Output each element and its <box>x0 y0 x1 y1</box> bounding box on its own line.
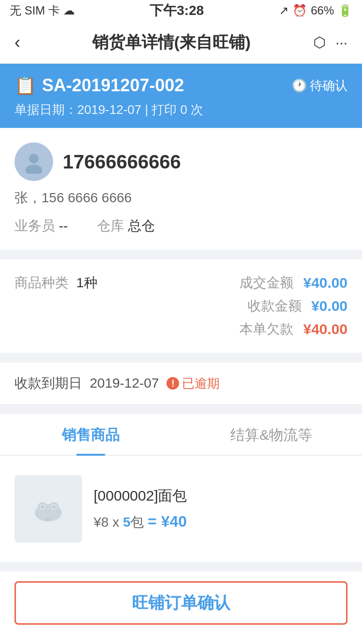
svg-point-0 <box>29 154 39 164</box>
confirm-button[interactable]: 旺铺订单确认 <box>14 581 348 625</box>
svg-point-8 <box>53 505 56 508</box>
summary-right: 成交金额 ¥40.00 收款金额 ¥0.00 本单欠款 ¥40.00 <box>239 274 348 338</box>
total-price: = ¥40 <box>148 513 187 530</box>
alarm-icon: ⏰ <box>292 4 307 17</box>
amount-label-0: 成交金额 <box>239 274 293 292</box>
bottom-area: 旺铺订单确认 <box>0 572 362 644</box>
product-name: [0000002]面包 <box>94 486 348 506</box>
svg-point-1 <box>26 165 42 174</box>
order-id: 📋 SA-20191207-002 <box>14 75 184 96</box>
amount-value-1: ¥0.00 <box>311 298 348 314</box>
nav-bar: ‹ 销货单详情(来自旺铺) ⬡ ··· <box>0 21 362 64</box>
status-right: ↗ ⏰ 66% 🔋 <box>279 4 352 17</box>
amount-value-0: ¥40.00 <box>303 275 348 291</box>
svg-point-7 <box>41 505 44 508</box>
overdue-badge: ! 已逾期 <box>167 375 220 392</box>
due-section: 收款到期日 2019-12-07 ! 已逾期 <box>0 363 362 404</box>
salesman-label: 业务员 <box>14 217 55 235</box>
overdue-text: 已逾期 <box>182 375 220 392</box>
share-icon[interactable]: ⬡ <box>313 34 326 51</box>
amount-label-1: 收款金额 <box>248 297 302 315</box>
warehouse-label: 仓库 <box>97 217 124 235</box>
order-date: 单据日期：2019-12-07 | 打印 0 次 <box>14 101 348 118</box>
customer-meta: 业务员 -- 仓库 总仓 <box>14 217 348 235</box>
status-left: 无 SIM 卡 ☁ <box>10 3 75 18</box>
order-status: 🕐 待确认 <box>292 77 348 94</box>
product-item-0: 野+ [0000002]面包 ¥8 x 5包 = ¥40 <box>14 465 348 552</box>
tab-settlement[interactable]: 结算&物流等 <box>181 414 362 455</box>
amount-value-2: ¥40.00 <box>303 321 348 337</box>
nav-actions: ⬡ ··· <box>299 34 348 51</box>
location-icon: ↗ <box>279 4 289 17</box>
product-thumbnail: 野+ <box>14 475 82 543</box>
product-list: 野+ [0000002]面包 ¥8 x 5包 = ¥40 <box>0 456 362 562</box>
salesman-item: 业务员 -- <box>14 217 68 235</box>
price-text: ¥8 x <box>94 515 123 530</box>
page-title: 销货单详情(来自旺铺) <box>43 31 299 54</box>
amount-row-1: 收款金额 ¥0.00 <box>248 297 348 315</box>
status-time: 下午3:28 <box>150 1 204 20</box>
quantity-value: 5 <box>123 515 131 530</box>
customer-phone: 17666666666 <box>63 151 181 173</box>
salesman-value: -- <box>59 218 68 234</box>
due-date: 2019-12-07 <box>90 376 159 391</box>
due-label: 收款到期日 <box>14 374 82 392</box>
summary-section: 商品种类 1种 成交金额 ¥40.00 收款金额 ¥0.00 本单欠款 ¥40.… <box>0 259 362 353</box>
tab-sales-product[interactable]: 销售商品 <box>0 414 181 455</box>
product-info: [0000002]面包 ¥8 x 5包 = ¥40 <box>94 486 348 532</box>
svg-text:野+: 野+ <box>45 518 52 522</box>
summary-left: 商品种类 1种 <box>14 274 97 292</box>
tabs-section: 销售商品 结算&物流等 野+ [0000002]面包 <box>0 414 362 562</box>
order-icon: 📋 <box>14 75 36 96</box>
type-label: 商品种类 <box>14 274 69 292</box>
battery-icon: 🔋 <box>338 4 352 17</box>
battery-status: 66% <box>311 4 334 17</box>
customer-name: 张，156 6666 6666 <box>14 189 348 207</box>
customer-section: 17666666666 张，156 6666 6666 业务员 -- 仓库 总仓 <box>0 128 362 250</box>
more-icon[interactable]: ··· <box>335 34 348 51</box>
amount-label-2: 本单欠款 <box>239 320 293 338</box>
unit-text: 包 <box>130 515 144 530</box>
amount-row-2: 本单欠款 ¥40.00 <box>239 320 348 338</box>
order-header: 📋 SA-20191207-002 🕐 待确认 单据日期：2019-12-07 … <box>0 64 362 128</box>
amount-row-0: 成交金额 ¥40.00 <box>239 274 348 292</box>
clock-icon: 🕐 <box>292 78 307 93</box>
type-value: 1种 <box>76 274 97 292</box>
status-bar: 无 SIM 卡 ☁ 下午3:28 ↗ ⏰ 66% 🔋 <box>0 0 362 21</box>
product-price: ¥8 x 5包 = ¥40 <box>94 513 348 532</box>
back-button[interactable]: ‹ <box>14 32 43 53</box>
tabs-bar: 销售商品 结算&物流等 <box>0 414 362 456</box>
overdue-dot-icon: ! <box>167 377 179 390</box>
warehouse-item: 仓库 总仓 <box>97 217 155 235</box>
warehouse-value: 总仓 <box>128 217 155 235</box>
avatar <box>14 142 53 181</box>
sim-status: 无 SIM 卡 ☁ <box>10 3 75 18</box>
